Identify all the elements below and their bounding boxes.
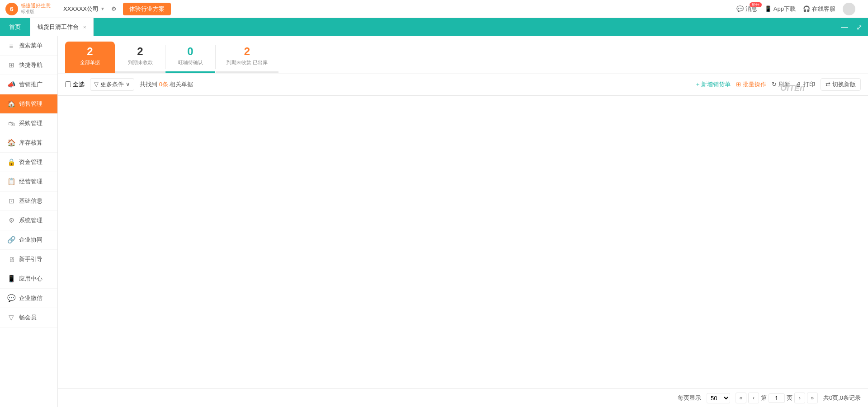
app-download-button[interactable]: 📱 App下载 — [764, 5, 796, 13]
sidebar-guide-label: 新手引导 — [19, 255, 42, 263]
tabbar-actions: — ⤢ — [839, 22, 868, 33]
tab-active-label: 钱货日清工作台 — [38, 23, 79, 31]
print-button[interactable]: 🖨 打印 — [796, 80, 815, 89]
found-text: 共找到 0条 相关单据 — [140, 80, 193, 89]
search-icon: ≡ — [7, 42, 15, 50]
message-badge: 99+ — [750, 2, 762, 7]
sidebar-item-guide[interactable]: 🖥 新手引导 — [0, 250, 57, 269]
trial-button[interactable]: 体验行业方案 — [123, 3, 171, 15]
select-all-label: 全选 — [73, 80, 85, 89]
sales-icon: 🏠 — [7, 100, 15, 108]
topbar-left: 6 畅捷通好生意 标准版 XXXXXX公司 ▼ ⚙ 体验行业方案 — [5, 3, 171, 15]
member-icon: ▽ — [7, 313, 15, 322]
settings-icon[interactable]: ⚙ — [108, 4, 119, 14]
sidebar-item-wechat[interactable]: 💬 企业微信 — [0, 289, 57, 308]
sidebar-item-system[interactable]: ⚙ 系统管理 — [0, 211, 57, 230]
message-button[interactable]: 💬 消息 99+ — [736, 5, 757, 13]
sidebar-marketing-label: 营销推广 — [19, 80, 42, 89]
stat-tab-all[interactable]: 2 全部单据 — [65, 42, 115, 73]
filter-button[interactable]: ▽ 更多条件 ∨ — [90, 78, 134, 91]
stat-tab-overdue[interactable]: 2 到期未收款 — [115, 42, 165, 73]
sidebar-quick-nav-label: 快捷导航 — [19, 61, 42, 69]
logo-text: 畅捷通好生意 — [21, 3, 51, 9]
next-page-button[interactable]: › — [794, 393, 805, 403]
filter-label: 更多条件 — [100, 80, 124, 89]
logo-text-area: 畅捷通好生意 标准版 — [21, 3, 51, 15]
first-page-button[interactable]: « — [736, 393, 746, 403]
sidebar-item-quick-nav[interactable]: ⊞ 快捷导航 — [0, 56, 57, 75]
sidebar-item-inventory[interactable]: 🏠 库存核算 — [0, 133, 57, 153]
sidebar-item-finance[interactable]: 🔒 资金管理 — [0, 153, 57, 172]
sidebar-item-marketing[interactable]: 📣 营销推广 — [0, 75, 57, 94]
page-suffix: 页 — [787, 394, 793, 402]
minimize-icon[interactable]: — — [839, 22, 850, 33]
sidebar-item-operations[interactable]: 📋 经营管理 — [0, 172, 57, 192]
app-label: App下载 — [774, 5, 796, 13]
prev-page-button[interactable]: ‹ — [748, 393, 759, 403]
sidebar-inventory-label: 库存核算 — [19, 139, 42, 147]
stat-overdue-number: 2 — [137, 45, 143, 58]
sidebar-finance-label: 资金管理 — [19, 158, 42, 166]
per-page-label: 每页显示 — [678, 394, 701, 402]
page-input[interactable] — [769, 393, 785, 403]
avatar[interactable] — [843, 3, 855, 15]
online-service-button[interactable]: 🎧 在线客服 — [803, 5, 835, 13]
footer: 每页显示 50 20 100 « ‹ 第 页 › » 共0页,0条记录 — [58, 388, 868, 407]
cooperation-icon: 🔗 — [7, 236, 15, 244]
batch-label: 批量操作 — [743, 80, 766, 89]
filter-chevron-icon: ∨ — [126, 81, 130, 88]
sidebar-item-search[interactable]: ≡ 搜索菜单 — [0, 36, 57, 56]
sidebar-cooperation-label: 企业协同 — [19, 236, 42, 244]
quick-nav-icon: ⊞ — [7, 61, 15, 69]
stat-wangwang-number: 0 — [187, 45, 193, 58]
refresh-icon: ↻ — [772, 81, 777, 88]
guide-icon: 🖥 — [7, 256, 15, 263]
stat-overdue-label: 到期未收款 — [128, 59, 153, 66]
finance-icon: 🔒 — [7, 158, 15, 166]
sidebar-item-basic-info[interactable]: ⊡ 基础信息 — [0, 192, 57, 211]
print-label: 打印 — [803, 80, 815, 89]
stat-all-number: 2 — [87, 45, 93, 58]
select-all-checkbox[interactable]: 全选 — [65, 80, 85, 89]
stat-tab-wangwang[interactable]: 0 旺辅待确认 — [165, 42, 215, 73]
tab-home[interactable]: 首页 — [0, 18, 30, 36]
refresh-label: 刷新 — [778, 80, 790, 89]
toolbar-left: 全选 ▽ 更多条件 ∨ 共找到 0条 相关单据 — [65, 78, 193, 91]
table-area — [58, 96, 868, 388]
sidebar-item-cooperation[interactable]: 🔗 企业协同 — [0, 230, 57, 250]
app-center-icon: 📱 — [7, 275, 15, 283]
switch-version-button[interactable]: ⇄ 切换新版 — [821, 78, 861, 91]
filter-icon: ▽ — [94, 81, 99, 88]
sidebar-member-label: 畅会员 — [19, 313, 37, 322]
select-all-input[interactable] — [65, 81, 71, 87]
new-order-button[interactable]: + 新增销货单 — [696, 80, 731, 89]
maximize-icon[interactable]: ⤢ — [854, 22, 864, 33]
message-icon: 💬 — [736, 5, 744, 12]
batch-icon: ⊞ — [736, 81, 741, 88]
sidebar-item-purchase[interactable]: 🛍 采购管理 — [0, 114, 57, 133]
print-icon: 🖨 — [796, 81, 802, 88]
inventory-icon: 🏠 — [7, 139, 15, 147]
company-selector[interactable]: XXXXXX公司 ▼ — [63, 5, 105, 13]
refresh-button[interactable]: ↻ 刷新 — [772, 80, 790, 89]
stat-tab-overdue-out[interactable]: 2 到期未收款 已出库 — [216, 42, 278, 73]
sidebar-item-member[interactable]: ▽ 畅会员 — [0, 308, 57, 327]
service-icon: 🎧 — [803, 5, 810, 12]
sidebar-operations-label: 经营管理 — [19, 178, 42, 186]
sidebar-item-sales[interactable]: 🏠 销售管理 — [0, 94, 57, 114]
page-nav: « ‹ 第 页 › » — [736, 393, 818, 403]
batch-button[interactable]: ⊞ 批量操作 — [736, 80, 766, 89]
stat-overdue-out-label: 到期未收款 已出库 — [226, 59, 268, 66]
sidebar-item-app-center[interactable]: 📱 应用中心 — [0, 269, 57, 289]
content-area: 2 全部单据 2 到期未收款 0 旺辅待确认 2 到期未收款 已出库 — [58, 36, 868, 407]
wechat-icon: 💬 — [7, 294, 15, 302]
last-page-button[interactable]: » — [807, 393, 818, 403]
per-page-select[interactable]: 50 20 100 — [707, 393, 730, 403]
sidebar-search-label: 搜索菜单 — [19, 42, 42, 50]
chevron-down-icon: ▼ — [100, 6, 105, 11]
tab-close-icon[interactable]: × — [83, 24, 86, 30]
purchase-icon: 🛍 — [7, 120, 15, 127]
toolbar: 全选 ▽ 更多条件 ∨ 共找到 0条 相关单据 + 新增销货单 ⊞ 批量操作 — [58, 74, 868, 96]
company-name: XXXXXX公司 — [63, 5, 99, 13]
tab-active[interactable]: 钱货日清工作台 × — [30, 18, 94, 36]
